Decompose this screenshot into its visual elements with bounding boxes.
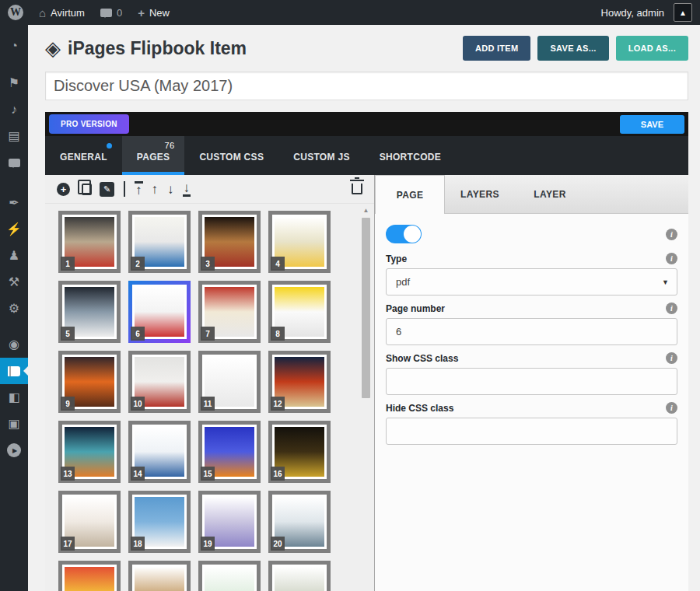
duplicate-icon[interactable] [82,184,92,195]
page-number-badge: 12 [271,397,285,411]
add-item-button[interactable]: ADD ITEM [463,36,531,61]
admin-sidebar: ◔⚑♪▤✒⚡♟⚒⚙◉◧▣▶ [0,25,28,591]
info-icon[interactable]: i [666,302,677,314]
posts-icon: ⚑ [9,77,19,89]
page-thumbnail-5[interactable]: 5 [58,281,121,343]
pages-pane: +✎↑↑↓↓ 123456789101112131415161718192021… [45,175,374,591]
delete-icon[interactable] [352,184,362,194]
page-thumbnail-6[interactable]: 6 [128,281,191,343]
tab-shortcode[interactable]: SHORTCODE [365,136,456,175]
sidebar-item-settings[interactable]: ⚙ [0,296,28,322]
page-thumbnail-14[interactable]: 14 [128,421,191,483]
save-as-button[interactable]: SAVE AS... [537,36,608,61]
page-thumbnail-10[interactable]: 10 [128,351,191,413]
page-thumbnail-11[interactable]: 11 [198,351,261,413]
info-icon[interactable]: i [666,253,677,264]
page-thumbnail-7[interactable]: 7 [198,281,261,343]
tools-icon: ⚒ [9,276,19,289]
tab-general[interactable]: GENERAL [45,136,122,175]
sidebar-item-dashboard[interactable]: ◔ [0,33,28,59]
load-as-button[interactable]: LOAD AS... [616,36,688,61]
separator-icon [124,181,125,197]
site-name-menu[interactable]: ⌂ Avirtum [31,0,93,25]
page-thumbnail-4[interactable]: 4 [268,211,331,273]
page-thumbnail-16[interactable]: 16 [268,421,331,483]
tab-custom-css[interactable]: CUSTOM CSS [184,136,278,175]
page-thumbnail-1[interactable]: 1 [58,211,121,273]
page-thumbnail-3[interactable]: 3 [198,211,261,273]
thumbnails-grid: 123456789101112131415161718192021222324 [58,211,374,591]
page-thumbnail-18[interactable]: 18 [128,491,191,553]
comments-icon [100,9,112,17]
pro-version-button[interactable]: PRO VERSION [49,114,129,134]
page-thumbnail-17[interactable]: 17 [58,491,121,553]
save-button[interactable]: SAVE [620,115,684,134]
inspector-tab-page[interactable]: PAGE [375,175,445,214]
sidebar-item-tools[interactable]: ⚒ [0,269,28,296]
add-icon[interactable]: + [57,183,70,196]
edit-icon[interactable]: ✎ [100,182,114,197]
page-visible-toggle[interactable] [386,225,422,243]
thumbnails-scrollbar[interactable]: ▲ [361,207,371,588]
sidebar-item-pages[interactable]: ▤ [0,123,28,149]
account-menu[interactable]: Howdy, admin ▲ [593,0,700,25]
tab-label: PAGES [137,152,170,163]
sidebar-item-slides[interactable]: ◧ [0,384,28,411]
page-thumbnail-20[interactable]: 20 [268,491,331,553]
page-thumbnail-21[interactable]: 21 [58,561,121,591]
info-icon[interactable]: i [666,402,677,414]
field-type: Typeipdf▼ [386,253,677,296]
type-select[interactable]: pdf▼ [386,268,677,296]
tab-pages[interactable]: PAGES76 [122,136,185,175]
page-thumbnail-2[interactable]: 2 [128,211,191,273]
sidebar-item-location[interactable]: ◉ [0,331,28,358]
plugins-icon: ⚡ [6,223,22,236]
sidebar-item-appearance[interactable]: ✒ [0,190,28,216]
page-number-badge: 20 [271,537,285,551]
page-thumbnail-22[interactable]: 22 [128,561,191,591]
sidebar-item-media[interactable]: ♪ [0,96,28,123]
page-thumbnail-23[interactable]: 23 [198,561,261,591]
new-menu[interactable]: + New [130,0,177,25]
comments-menu[interactable]: 0 [93,0,130,25]
sidebar-item-image[interactable]: ▣ [0,411,28,437]
sidebar-item-ipages-flipbook[interactable] [0,358,28,384]
sidebar-item-posts[interactable]: ⚑ [0,70,28,96]
item-title-input[interactable] [45,72,688,100]
scrollbar-handle[interactable] [362,218,370,398]
page-number-badge: 5 [61,327,75,341]
page-thumbnail-9[interactable]: 9 [58,351,121,413]
page-number-input[interactable] [386,318,677,345]
move-to-top-icon[interactable]: ↑ [135,181,143,197]
image-icon: ▣ [8,418,19,430]
tab-label: GENERAL [60,152,107,163]
main-content: ◈ iPages Flipbook Item ADD ITEMSAVE AS..… [28,25,700,591]
page-thumbnail-19[interactable]: 19 [198,491,261,553]
inspector-tab-layers[interactable]: LAYERS [445,175,515,213]
page-thumbnail-15[interactable]: 15 [198,421,261,483]
move-up-icon[interactable]: ↑ [151,183,159,196]
scroll-up-icon[interactable]: ▲ [361,207,371,214]
info-icon[interactable]: i [666,229,677,240]
inspector-tab-layer[interactable]: LAYER [515,175,585,213]
info-icon[interactable]: i [666,352,677,364]
move-down-icon[interactable]: ↓ [166,183,175,196]
tab-custom-js[interactable]: CUSTOM JS [278,136,365,175]
page-thumbnail-13[interactable]: 13 [58,421,121,483]
admin-bar: W ⌂ Avirtum 0 + New Howdy, admin ▲ [0,0,700,25]
move-to-bottom-icon[interactable]: ↓ [183,181,191,197]
sidebar-item-video[interactable]: ▶ [0,437,28,463]
page-number-badge: 7 [201,327,215,341]
page-thumbnail-12[interactable]: 12 [268,351,331,413]
show-css-class-input[interactable] [386,368,677,395]
page-thumbnail-24[interactable]: 24 [268,561,331,591]
wordpress-menu[interactable]: W [0,0,31,25]
panel-tabs: GENERALPAGES76CUSTOM CSSCUSTOM JSSHORTCO… [45,136,688,175]
inspector-pane: PAGELAYERSLAYER i Typeipdf▼Page numberiS… [374,175,688,591]
sidebar-item-plugins[interactable]: ⚡ [0,216,28,243]
hide-css-class-input[interactable] [386,418,677,445]
sidebar-item-users[interactable]: ♟ [0,243,28,269]
page-preview-image [275,567,324,591]
sidebar-item-comments[interactable] [0,149,28,176]
page-thumbnail-8[interactable]: 8 [268,281,331,343]
